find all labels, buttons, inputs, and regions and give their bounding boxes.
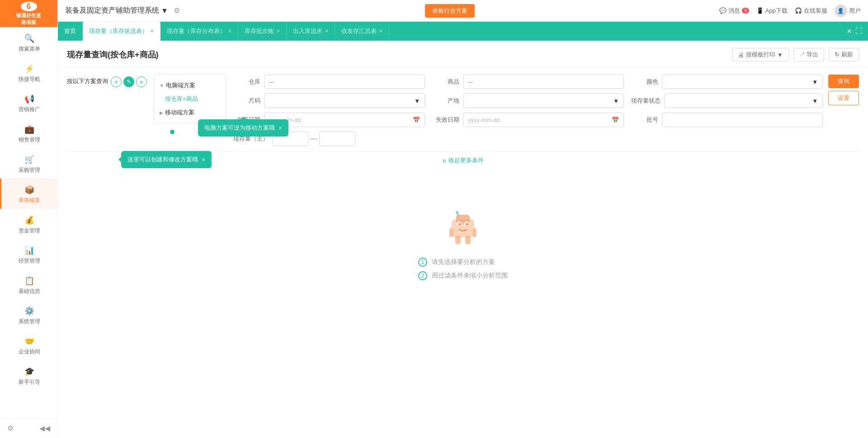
tab-recv-send-summary-close[interactable]: ×: [379, 28, 382, 34]
sidebar-label-quick: 快捷导航: [19, 75, 40, 83]
origin-dropdown-icon: ▼: [613, 98, 619, 104]
tip-text-1: 请先选择要分析的方案: [432, 258, 495, 266]
basic-nav-icon: 📋: [24, 276, 34, 286]
origin-select[interactable]: ▼: [463, 94, 624, 108]
expiry-date-label: 失效日期: [432, 116, 459, 124]
collapse-bar-label: 收起更多条件: [448, 156, 484, 165]
empty-tip-2: 2 用过滤条件来缩小分析范围: [418, 271, 508, 280]
tab-inventory-status-close[interactable]: ×: [151, 28, 154, 34]
edit-scheme-button[interactable]: ✎: [123, 76, 134, 87]
sidebar-logo: 6 畅通好生意 标准版: [0, 0, 57, 27]
sidebar-item-guide[interactable]: 🎓 新手引导: [0, 360, 57, 391]
close-all-tabs-icon[interactable]: ×: [847, 27, 852, 36]
tab-recv-send-summary[interactable]: 收发存汇总表 ×: [335, 22, 389, 41]
tab-in-out-flow-close[interactable]: ×: [325, 28, 328, 34]
expiry-date-input[interactable]: yyyy-mm-dd 📅: [463, 113, 624, 127]
guide-nav-icon: 🎓: [24, 367, 34, 377]
expand-arrow-desktop: ▼: [160, 83, 164, 88]
tab-in-out-flow[interactable]: 出入库流水 ×: [287, 22, 335, 41]
online-service-label: 在线客服: [804, 7, 827, 15]
maximize-tabs-icon[interactable]: ⛶: [855, 27, 863, 35]
app-download-item[interactable]: 📱 App下载: [756, 7, 788, 15]
tab-home[interactable]: 首页: [58, 22, 83, 41]
export-icon: ↗: [799, 51, 805, 58]
stock-main-to[interactable]: [319, 132, 355, 146]
sidebar-label-basic: 基础信息: [19, 287, 40, 295]
tab-recv-send-summary-label: 收发存汇总表: [341, 27, 377, 35]
warehouse-dots: ···: [269, 79, 274, 85]
page-container: 现存量查询(按仓库+商品) 🖨 按模板打印 ▼ ↗ 导出 ↻ 刷新: [58, 41, 868, 438]
tip-number-2: 2: [418, 271, 427, 280]
goods-input[interactable]: ···: [463, 75, 624, 89]
system-selector[interactable]: 装备及固定资产辅助管理系统 ▼: [65, 6, 168, 15]
collapse-sidebar-icon[interactable]: ◀◀: [39, 424, 50, 433]
tab-batch-account-label: 库存批次账: [245, 27, 274, 35]
sidebar-item-search[interactable]: 🔍 搜索菜单: [0, 27, 57, 57]
export-button[interactable]: ↗ 导出: [793, 48, 825, 61]
sidebar-item-system[interactable]: ⚙️ 系统管理: [0, 300, 57, 330]
range-separator: —: [310, 135, 317, 143]
printer-icon: 🖨: [738, 52, 744, 58]
sidebar-item-cooperation[interactable]: 🤝 企业协同: [0, 330, 57, 360]
refresh-button[interactable]: ↻ 刷新: [829, 48, 859, 61]
tab-inventory-dist[interactable]: 现存量（库存分布表） ×: [160, 22, 238, 41]
sidebar-item-finance[interactable]: 💰 资金管理: [0, 209, 57, 239]
message-item[interactable]: 💬 消息 9: [719, 7, 749, 15]
scheme-mobile-label: 移动端方案: [165, 108, 194, 117]
experience-button[interactable]: 体验行业方案: [425, 4, 475, 18]
tab-batch-account[interactable]: 库存批次账 ×: [238, 22, 287, 41]
sidebar-item-purchase[interactable]: 🛒 采购管理: [0, 148, 57, 179]
sidebar-label-marketing: 营销推广: [19, 106, 40, 113]
tab-in-out-flow-label: 出入库流水: [293, 27, 322, 35]
scheme-tree: ▼ 电脑端方案 按仓库+商品 ▶ 移动端方案: [154, 75, 226, 123]
warehouse-label: 仓库: [233, 78, 260, 86]
sidebar-label-inventory: 库存核算: [19, 197, 40, 204]
sidebar-item-operations[interactable]: 📊 经营管理: [0, 239, 57, 269]
scheme-tree-item-desktop[interactable]: ▼ 电脑端方案: [154, 79, 226, 92]
page-actions: 🖨 按模板打印 ▼ ↗ 导出 ↻ 刷新: [732, 48, 859, 61]
expiry-date-placeholder: yyyy-mm-dd: [468, 117, 500, 123]
sales-nav-icon: 💼: [24, 124, 34, 134]
origin-label: 产地: [432, 97, 459, 105]
page-title: 现存量查询(按仓库+商品): [67, 49, 159, 60]
stock-status-select[interactable]: ▼: [664, 94, 823, 108]
settings-gear-icon[interactable]: ⚙: [174, 6, 180, 15]
user-item[interactable]: 👤 用户: [835, 5, 861, 17]
add-scheme-button[interactable]: +: [111, 76, 122, 87]
template-print-button[interactable]: 🖨 按模板打印 ▼: [732, 48, 789, 61]
setting-button[interactable]: 设置: [828, 91, 859, 105]
color-select[interactable]: ▼: [662, 75, 823, 89]
sidebar-item-inventory[interactable]: 📦 库存核算: [0, 179, 57, 209]
scheme-tooltip-close[interactable]: ×: [278, 124, 282, 132]
size-label: 尺码: [233, 97, 260, 105]
sidebar-label-system: 系统管理: [19, 318, 40, 325]
logo-icon: 6: [21, 2, 37, 11]
content-area: 现存量查询(按仓库+商品) 🖨 按模板打印 ▼ ↗ 导出 ↻ 刷新: [58, 41, 868, 438]
tab-inventory-dist-close[interactable]: ×: [228, 28, 231, 34]
back-scheme-button[interactable]: «: [136, 76, 147, 87]
warehouse-input[interactable]: ···: [264, 75, 425, 89]
svg-point-11: [456, 211, 458, 214]
query-button[interactable]: 查询: [828, 75, 859, 88]
scheme-tree-item-mobile[interactable]: 按仓库+商品: [154, 92, 226, 106]
tab-inventory-status[interactable]: 现存量（库存状况表） ×: [83, 22, 160, 41]
filter-action-row: 查询 设置: [828, 75, 859, 105]
expand-arrow-mobile: ▶: [160, 110, 163, 115]
edit-tooltip-close[interactable]: ×: [202, 156, 205, 163]
tab-batch-account-close[interactable]: ×: [277, 28, 280, 34]
sidebar-item-quick[interactable]: ⚡ 快捷导航: [0, 57, 57, 88]
scheme-tree-item-mobile-root[interactable]: ▶ 移动端方案: [154, 106, 226, 119]
app-download-label: App下载: [765, 7, 788, 15]
svg-rect-8: [455, 236, 461, 244]
size-select[interactable]: ▼: [264, 94, 425, 108]
settings-icon[interactable]: ⚙: [7, 424, 14, 433]
filter-color: 颜色 ▼: [631, 75, 823, 89]
sidebar: 6 畅通好生意 标准版 🔍 搜索菜单 ⚡ 快捷导航 📢 营销推广 💼 销售管理 …: [0, 0, 58, 438]
sidebar-item-sales[interactable]: 💼 销售管理: [0, 118, 57, 148]
system-nav-icon: ⚙️: [24, 306, 34, 316]
topbar: 装备及固定资产辅助管理系统 ▼ ⚙ 体验行业方案 💬 消息 9 📱 App下载 …: [58, 0, 868, 22]
sidebar-item-basic[interactable]: 📋 基础信息: [0, 269, 57, 300]
sidebar-item-marketing[interactable]: 📢 营销推广: [0, 88, 57, 118]
online-service-item[interactable]: 🎧 在线客服: [795, 7, 827, 15]
batch-input[interactable]: [662, 113, 823, 127]
